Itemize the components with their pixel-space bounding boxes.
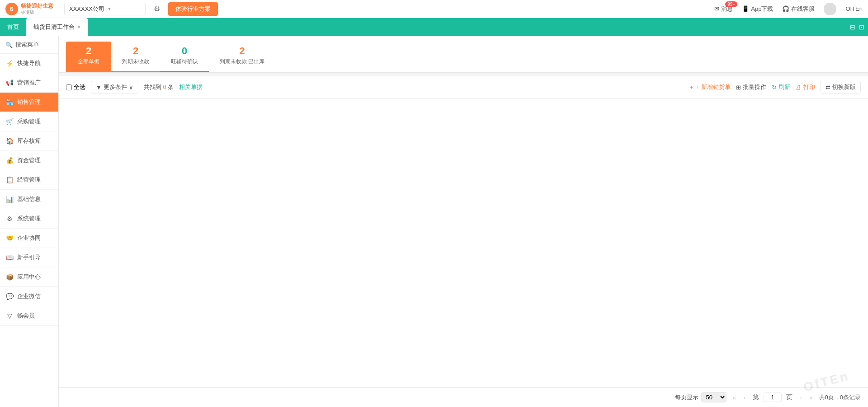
sidebar-item-system-label: 系统管理	[17, 215, 41, 223]
prev-page-button[interactable]: ‹	[741, 393, 748, 402]
add-sale-button[interactable]: ＋ + 新增销货单	[689, 83, 731, 91]
last-page-button[interactable]: »	[807, 393, 816, 402]
filter-button[interactable]: ▼ 更多条件 ∨	[91, 81, 138, 94]
switch-version-button[interactable]: ⇄ 切换新版	[821, 81, 861, 94]
marketing-icon: 📢	[5, 79, 14, 86]
top-header: 6 畅捷通好生意 标准版 XXXXXX公司 ▼ ⚙ 体验行业方案 ✉ 消息 99…	[0, 0, 868, 18]
stat-label-overdue: 到期未收款	[122, 58, 149, 65]
company-selector[interactable]: XXXXXX公司 ▼	[64, 3, 146, 15]
filter-label: 更多条件	[104, 83, 127, 91]
quick-nav-icon: ⚡	[5, 60, 14, 67]
add-label: + 新增销货单	[696, 83, 731, 91]
tab-close-icon[interactable]: ×	[77, 24, 80, 30]
total-records-label: 共0页，0条记录	[819, 393, 861, 402]
stat-label-all: 全部单据	[78, 58, 99, 65]
filter-dropdown-icon: ∨	[129, 84, 133, 91]
sidebar-item-enterprise[interactable]: 🤝 企业协同	[0, 229, 58, 248]
stat-tab-overdue[interactable]: 2 到期未收款	[111, 42, 160, 72]
stat-tab-wangwang[interactable]: 0 旺辅待确认	[160, 42, 209, 72]
sidebar-item-apps[interactable]: 📦 应用中心	[0, 267, 58, 287]
sidebar-item-system[interactable]: ⚙ 系统管理	[0, 209, 58, 229]
next-page-button[interactable]: ›	[797, 393, 805, 402]
per-page-selector: 每页显示 10 20 50 100	[675, 392, 726, 402]
wechat-icon: 💬	[5, 293, 14, 300]
sidebar-item-guide[interactable]: 📖 新手引导	[0, 248, 58, 267]
system-icon: ⚙	[5, 215, 14, 222]
stat-count-shipped: 2	[240, 45, 245, 57]
sidebar-item-member-label: 畅会员	[17, 312, 35, 320]
stat-label-wangwang: 旺辅待确认	[171, 58, 198, 65]
settings-button[interactable]: ⚙	[150, 2, 164, 16]
app-download-button[interactable]: 📱 App下载	[742, 5, 773, 13]
refresh-label: 刷新	[778, 83, 790, 91]
page-navigation: « ‹ 第 页 › »	[730, 393, 816, 402]
online-service-button[interactable]: 🎧 在线客服	[782, 5, 815, 13]
page-label: 第	[750, 393, 762, 402]
online-service-label: 在线客服	[791, 5, 815, 13]
sidebar-item-member[interactable]: ▽ 畅会员	[0, 306, 58, 326]
sidebar-item-quick-nav[interactable]: ⚡ 快捷导航	[0, 54, 58, 73]
select-all-input[interactable]	[66, 84, 72, 90]
download-icon: 📱	[742, 5, 749, 12]
tab-workbench[interactable]: 钱货日清工作台 ×	[26, 18, 88, 36]
page-input[interactable]	[764, 393, 782, 402]
pagination: 每页显示 10 20 50 100 « ‹ 第 页 › » 共0页，0条记录	[59, 387, 868, 407]
sidebar-item-inventory[interactable]: 🏠 库存核算	[0, 131, 58, 151]
per-page-select[interactable]: 10 20 50 100	[701, 392, 726, 402]
apps-icon: 📦	[5, 273, 14, 281]
stat-count-wangwang: 0	[182, 45, 187, 57]
inventory-icon: 🏠	[5, 137, 14, 145]
sidebar-item-wechat[interactable]: 💬 企业微信	[0, 287, 58, 306]
sidebar-item-sales[interactable]: 🏪 销售管理	[0, 93, 58, 112]
guide-icon: 📖	[5, 254, 14, 261]
app-logo-text: 畅捷通好生意 标准版	[21, 3, 53, 14]
batch-operation-button[interactable]: ⊞ 批量操作	[736, 83, 766, 91]
tab-home[interactable]: 首页	[0, 18, 26, 36]
member-icon: ▽	[5, 312, 14, 319]
message-button[interactable]: ✉ 消息 99+	[714, 5, 733, 13]
sidebar-item-basic[interactable]: 📊 基础信息	[0, 190, 58, 209]
app-version: 标准版	[21, 9, 53, 15]
sidebar-search[interactable]: 🔍 搜索菜单	[0, 36, 58, 54]
stat-count-all: 2	[86, 45, 91, 57]
stats-tabs: 2 全部单据 2 到期未收款 0 旺辅待确认 2 到期未收款 已出库	[59, 36, 868, 73]
stat-tab-shipped[interactable]: 2 到期未收款 已出库	[209, 42, 275, 72]
purchase-icon: 🛒	[5, 118, 14, 125]
message-badge: 99+	[725, 1, 737, 7]
sidebar-item-operation-label: 经营管理	[17, 176, 41, 184]
search-icon: 🔍	[5, 42, 13, 48]
avatar[interactable]	[824, 3, 836, 15]
stat-label-shipped: 到期未收款 已出库	[220, 58, 264, 65]
sidebar-item-inventory-label: 库存核算	[17, 137, 41, 145]
message-icon: ✉	[714, 5, 719, 12]
enterprise-icon: 🤝	[5, 234, 14, 242]
sidebar-item-apps-label: 应用中心	[17, 273, 41, 281]
nav-tabs: 首页 钱货日清工作台 × ⊟ ⊡	[0, 18, 868, 36]
first-page-button[interactable]: «	[730, 393, 739, 402]
sidebar-item-finance[interactable]: 💰 资金管理	[0, 151, 58, 170]
stat-tab-all[interactable]: 2 全部单据	[66, 42, 111, 72]
trial-button[interactable]: 体验行业方案	[168, 2, 218, 16]
operation-icon: 📋	[5, 176, 14, 183]
sidebar-item-purchase[interactable]: 🛒 采购管理	[0, 112, 58, 131]
app-download-label: App下载	[751, 5, 773, 13]
tab-minimize-icon[interactable]: ⊟	[850, 23, 855, 31]
sidebar-item-marketing[interactable]: 📢 营销推广	[0, 73, 58, 93]
basic-icon: 📊	[5, 196, 14, 203]
table-area	[59, 98, 868, 387]
sales-icon: 🏪	[5, 98, 14, 106]
per-page-label: 每页显示	[675, 393, 698, 402]
sidebar: 🔍 搜索菜单 ⚡ 快捷导航 📢 营销推广 🏪 销售管理 🛒 采购管理 🏠 库存核…	[0, 36, 59, 407]
refresh-button[interactable]: ↻ 刷新	[772, 83, 790, 91]
select-all-checkbox[interactable]: 全选	[66, 83, 85, 91]
company-dropdown-arrow: ▼	[107, 6, 112, 11]
found-text: 共找到 0 条	[144, 83, 174, 91]
tab-expand-icon[interactable]: ⊡	[859, 23, 864, 31]
related-button[interactable]: 相关单据	[179, 83, 203, 91]
app-name: 畅捷通好生意	[21, 3, 53, 9]
switch-label: 切换新版	[832, 83, 856, 91]
batch-label: 批量操作	[743, 83, 766, 91]
sidebar-item-operation[interactable]: 📋 经营管理	[0, 170, 58, 190]
avatar-name[interactable]: OfTEn	[845, 5, 863, 12]
print-button[interactable]: 🖨 打印	[796, 83, 815, 91]
